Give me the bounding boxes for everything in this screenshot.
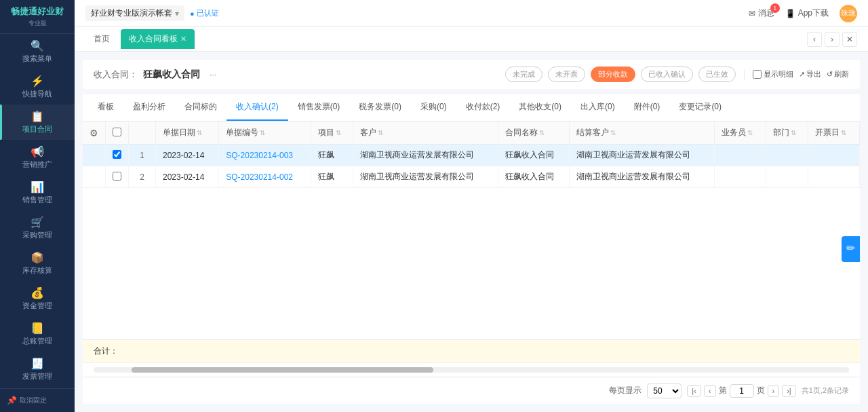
sidebar-footer: 📌 取消固定 <box>0 388 75 412</box>
sort-icon[interactable]: ⇅ <box>336 129 341 136</box>
page-prefix-label: 第 <box>719 385 727 396</box>
row-number: SQ-20230214-002 <box>219 166 311 188</box>
table-row[interactable]: 2 2023-02-14 SQ-20230214-002 狂飙 湖南卫视商业运营… <box>83 166 860 188</box>
sort-icon[interactable]: ⇅ <box>791 129 796 136</box>
tab-contract-board[interactable]: 收入合同看板 ✕ <box>121 29 195 49</box>
sidebar-item-invoice[interactable]: 🧾 发票管理 <box>0 352 75 387</box>
select-all-checkbox[interactable] <box>113 128 121 136</box>
status-uninvoiced-btn[interactable]: 未开票 <box>548 67 585 82</box>
show-detail-checkbox[interactable]: 显示明细 <box>753 69 793 79</box>
row-number-link[interactable]: SQ-20230214-002 <box>226 172 293 182</box>
sort-icon[interactable]: ⇅ <box>841 129 846 136</box>
sidebar-item-purchase[interactable]: 🛒 采购管理 <box>0 210 75 246</box>
export-button[interactable]: ↗ 导出 <box>799 69 821 79</box>
settings-icon[interactable]: ⚙ <box>90 128 98 138</box>
row-invoice-date <box>808 145 860 166</box>
check-circle-icon: ● <box>190 10 195 18</box>
tab-bar: 首页 收入合同看板 ✕ ‹ › ✕ <box>75 27 868 52</box>
sidebar-item-funds[interactable]: 💰 资金管理 <box>0 281 75 316</box>
tab-home-label: 首页 <box>94 33 110 45</box>
sidebar-item-label: 采购管理 <box>22 230 52 240</box>
sub-tab-changes[interactable]: 变更记录(0) <box>669 94 731 121</box>
sub-tab-subject[interactable]: 合同标的 <box>175 94 226 121</box>
detail-checkbox-input[interactable] <box>753 70 762 79</box>
sort-icon[interactable]: ⇅ <box>260 129 265 136</box>
row-settings <box>83 166 106 188</box>
sidebar-item-search[interactable]: 🔍 搜索菜单 <box>0 34 75 69</box>
nav-prev-button[interactable]: ‹ <box>807 32 822 47</box>
col-department-label: 部门 <box>773 127 789 138</box>
sub-tab-attachment[interactable]: 附件(0) <box>625 94 670 121</box>
row-number-link[interactable]: SQ-20230214-003 <box>226 151 293 160</box>
status-incomplete-btn[interactable]: 未完成 <box>505 67 542 82</box>
page-last-button[interactable]: ›| <box>782 385 796 397</box>
sidebar-item-label: 营销推广 <box>22 160 52 170</box>
verified-text: 已认证 <box>197 8 219 18</box>
nav-next-button[interactable]: › <box>825 32 840 47</box>
col-check <box>106 121 129 145</box>
sub-tab-payment[interactable]: 收付款(2) <box>456 94 510 121</box>
app-download-button[interactable]: 📱 App下载 <box>785 7 829 19</box>
sub-tab-inout[interactable]: 出入库(0) <box>571 94 625 121</box>
pin-label: 取消固定 <box>20 396 47 405</box>
sub-tab-sales-invoice[interactable]: 销售发票(0) <box>288 94 350 121</box>
refresh-button[interactable]: ↺ 刷新 <box>827 69 849 79</box>
avatar[interactable]: 珠珠 <box>840 5 857 22</box>
sub-tab-purchase[interactable]: 采购(0) <box>411 94 456 121</box>
page-number-input[interactable] <box>730 384 754 398</box>
horizontal-scrollbar[interactable] <box>94 367 849 373</box>
status-effective-btn[interactable]: 已生效 <box>698 67 736 82</box>
purchase-icon: 🛒 <box>31 216 44 229</box>
sort-icon[interactable]: ⇅ <box>610 129 616 136</box>
col-customer: 客户 ⇅ <box>353 121 498 145</box>
scrollbar-thumb[interactable] <box>132 367 434 373</box>
nav-close-button[interactable]: ✕ <box>842 32 857 47</box>
sub-tab-board[interactable]: 看板 <box>88 94 123 121</box>
sub-tab-revenue[interactable]: 收入确认(2) <box>226 94 288 121</box>
table-row[interactable]: 1 2023-02-14 SQ-20230214-003 狂飙 湖南卫视商业运营… <box>83 145 860 166</box>
sidebar-item-marketing[interactable]: 📢 营销推广 <box>0 140 75 175</box>
sidebar-item-sales[interactable]: 📊 销售管理 <box>0 175 75 210</box>
sub-tab-other[interactable]: 其他收支(0) <box>509 94 571 121</box>
status-confirmed-btn[interactable]: 已收入确认 <box>641 67 693 82</box>
tab-close-icon[interactable]: ✕ <box>180 35 186 43</box>
row-checkbox[interactable] <box>113 150 121 159</box>
sub-tab-tax-invoice[interactable]: 税务发票(0) <box>349 94 411 121</box>
annotation-panel[interactable]: ✏ <box>842 236 860 262</box>
sidebar-pin-button[interactable]: 📌 取消固定 <box>4 393 71 408</box>
page-next-button[interactable]: › <box>768 385 780 397</box>
sidebar-item-project[interactable]: 📋 项目合同 <box>0 105 75 140</box>
messages-button[interactable]: ✉ 消息 1 <box>749 7 774 19</box>
content-area: 收入合同： 狂飙收入合同 ··· 未完成 未开票 部分收款 已收入确认 已生效 … <box>75 52 868 412</box>
refresh-label: 刷新 <box>834 69 849 79</box>
status-partial-btn[interactable]: 部分收款 <box>591 67 635 82</box>
company-selector[interactable]: 好业财专业版演示帐套 ▾ <box>85 5 184 21</box>
sort-icon[interactable]: ⇅ <box>747 129 753 136</box>
search-icon: 🔍 <box>31 39 44 52</box>
messages-badge: 1 <box>770 3 780 13</box>
logo-text: 畅捷通好业财 <box>11 5 64 18</box>
page-prev-button[interactable]: ‹ <box>704 385 716 397</box>
avatar-text: 珠珠 <box>841 8 856 18</box>
row-date: 2023-02-14 <box>156 166 219 188</box>
page-suffix-label: 页 <box>757 385 765 396</box>
col-salesperson-label: 业务员 <box>722 127 746 138</box>
row-customer: 湖南卫视商业运营发展有限公司 <box>353 166 498 188</box>
header-right: ✉ 消息 1 📱 App下载 珠珠 <box>749 5 857 22</box>
row-project: 狂飙 <box>311 166 353 188</box>
sub-tab-profit[interactable]: 盈利分析 <box>123 94 175 121</box>
sidebar-item-inventory[interactable]: 📦 库存核算 <box>0 246 75 281</box>
sidebar-item-tax[interactable]: 🏛 税务管理 <box>0 387 75 388</box>
per-page-select[interactable]: 50 20 100 <box>647 383 682 398</box>
sidebar-item-quick-nav[interactable]: ⚡ 快捷导航 <box>0 69 75 105</box>
page-nav: |‹ ‹ 第 页 › ›| <box>687 384 795 398</box>
sort-icon[interactable]: ⇅ <box>378 129 383 136</box>
sidebar-item-general[interactable]: 📒 总账管理 <box>0 316 75 352</box>
tab-home[interactable]: 首页 <box>85 29 118 49</box>
row-checkbox[interactable] <box>113 172 121 181</box>
more-button[interactable]: ··· <box>205 69 220 81</box>
sort-icon[interactable]: ⇅ <box>539 129 545 136</box>
page-first-button[interactable]: |‹ <box>687 385 701 397</box>
row-end-customer: 湖南卫视商业运营发展有限公司 <box>570 166 715 188</box>
sort-icon[interactable]: ⇅ <box>197 129 202 136</box>
